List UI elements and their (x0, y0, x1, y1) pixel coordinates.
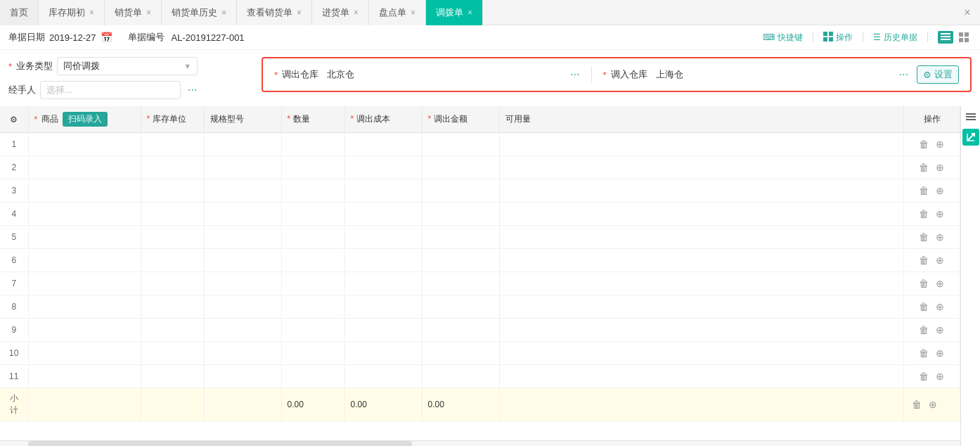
product-cell[interactable] (28, 319, 141, 342)
delete-row-button[interactable]: 🗑 (917, 230, 931, 244)
tab-purchase-order-close[interactable]: × (354, 8, 359, 17)
qty-cell[interactable] (281, 249, 344, 272)
product-cell[interactable] (28, 295, 141, 319)
delete-row-button[interactable]: 🗑 (917, 300, 931, 314)
product-cell[interactable] (28, 133, 141, 156)
unit-cell[interactable] (141, 179, 204, 203)
qty-cell[interactable] (281, 342, 344, 365)
available-cell[interactable] (499, 133, 904, 156)
available-cell[interactable] (499, 272, 904, 295)
spec-cell[interactable] (204, 179, 281, 203)
copy-row-button[interactable]: ⊕ (933, 323, 947, 337)
available-cell[interactable] (499, 203, 904, 226)
qty-cell[interactable] (281, 226, 344, 249)
qty-cell[interactable] (281, 272, 344, 295)
product-cell[interactable] (28, 365, 141, 388)
calendar-icon[interactable]: 📅 (101, 32, 112, 43)
amount-cell[interactable] (422, 249, 499, 272)
available-cell[interactable] (499, 295, 904, 319)
sidebar-export-icon[interactable] (962, 129, 979, 146)
spec-cell[interactable] (204, 203, 281, 226)
copy-row-button[interactable]: ⊕ (933, 346, 947, 360)
th-settings[interactable]: ⚙ (0, 106, 28, 133)
amount-cell[interactable] (422, 203, 499, 226)
handler-more-icon[interactable]: ··· (188, 84, 197, 96)
cost-cell[interactable] (344, 203, 422, 226)
qty-cell[interactable] (281, 365, 344, 388)
unit-cell[interactable] (141, 203, 204, 226)
qty-cell[interactable] (281, 295, 344, 319)
available-cell[interactable] (499, 342, 904, 365)
tab-view-sales[interactable]: 查看销货单 × (237, 0, 312, 25)
product-cell[interactable] (28, 226, 141, 249)
amount-cell[interactable] (422, 342, 499, 365)
tab-view-sales-close[interactable]: × (297, 8, 302, 17)
product-cell[interactable] (28, 272, 141, 295)
shortcut-key-button[interactable]: ⌨ 快捷键 (763, 32, 803, 44)
available-cell[interactable] (499, 365, 904, 388)
cost-cell[interactable] (344, 272, 422, 295)
spec-cell[interactable] (204, 249, 281, 272)
biz-type-select[interactable]: 同价调拨 ▼ (57, 57, 198, 75)
subtotal-delete-button[interactable]: 🗑 (910, 397, 924, 412)
copy-row-button[interactable]: ⊕ (933, 160, 947, 174)
tab-sales-order[interactable]: 销货单 × (105, 0, 162, 25)
cost-cell[interactable] (344, 179, 422, 203)
cost-cell[interactable] (344, 365, 422, 388)
product-cell[interactable] (28, 179, 141, 203)
history-button[interactable]: ☰ 历史单据 (873, 32, 917, 44)
cost-cell[interactable] (344, 156, 422, 179)
window-close-button[interactable]: × (955, 0, 980, 25)
copy-row-button[interactable]: ⊕ (933, 230, 947, 244)
unit-cell[interactable] (141, 295, 204, 319)
tab-sales-order-close[interactable]: × (146, 8, 151, 17)
tab-stocktake[interactable]: 盘点单 × (369, 0, 426, 25)
cost-cell[interactable] (344, 133, 422, 156)
cost-cell[interactable] (344, 249, 422, 272)
delete-row-button[interactable]: 🗑 (917, 184, 931, 198)
tab-transfer-close[interactable]: × (468, 8, 472, 17)
spec-cell[interactable] (204, 156, 281, 179)
available-cell[interactable] (499, 179, 904, 203)
unit-cell[interactable] (141, 156, 204, 179)
copy-row-button[interactable]: ⊕ (933, 300, 947, 314)
copy-row-button[interactable]: ⊕ (933, 253, 947, 267)
cost-cell[interactable] (344, 295, 422, 319)
delete-row-button[interactable]: 🗑 (917, 160, 931, 174)
delete-row-button[interactable]: 🗑 (917, 253, 931, 267)
out-warehouse-more-icon[interactable]: ··· (570, 68, 579, 81)
spec-cell[interactable] (204, 365, 281, 388)
delete-row-button[interactable]: 🗑 (917, 369, 931, 383)
amount-cell[interactable] (422, 295, 499, 319)
product-cell[interactable] (28, 156, 141, 179)
delete-row-button[interactable]: 🗑 (917, 137, 931, 151)
unit-cell[interactable] (141, 272, 204, 295)
qty-cell[interactable] (281, 319, 344, 342)
sidebar-doc-list-icon[interactable] (962, 109, 979, 126)
tab-stocktake-close[interactable]: × (411, 8, 415, 17)
available-cell[interactable] (499, 156, 904, 179)
available-cell[interactable] (499, 249, 904, 272)
amount-cell[interactable] (422, 133, 499, 156)
amount-cell[interactable] (422, 226, 499, 249)
copy-row-button[interactable]: ⊕ (933, 184, 947, 198)
cost-cell[interactable] (344, 319, 422, 342)
amount-cell[interactable] (422, 156, 499, 179)
tab-transfer[interactable]: 调拨单 × (426, 0, 483, 25)
settings-button[interactable]: ⚙ 设置 (917, 65, 959, 84)
grid-view-button[interactable] (956, 31, 972, 44)
tab-sales-history-close[interactable]: × (221, 8, 226, 17)
qty-cell[interactable] (281, 179, 344, 203)
amount-cell[interactable] (422, 179, 499, 203)
delete-row-button[interactable]: 🗑 (917, 207, 931, 221)
cost-cell[interactable] (344, 226, 422, 249)
unit-cell[interactable] (141, 342, 204, 365)
delete-row-button[interactable]: 🗑 (917, 276, 931, 291)
product-cell[interactable] (28, 249, 141, 272)
copy-row-button[interactable]: ⊕ (933, 207, 947, 221)
unit-cell[interactable] (141, 226, 204, 249)
copy-row-button[interactable]: ⊕ (933, 369, 947, 383)
unit-cell[interactable] (141, 319, 204, 342)
tab-home[interactable]: 首页 (0, 0, 39, 25)
unit-cell[interactable] (141, 133, 204, 156)
